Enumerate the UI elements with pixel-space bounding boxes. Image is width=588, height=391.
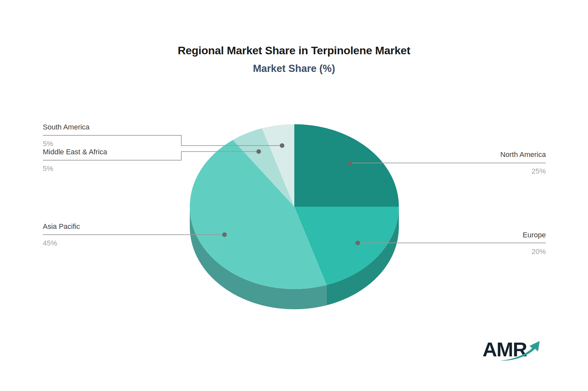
pie-slice-north-america[interactable] [294, 124, 399, 207]
value-asia-pacific: 45% [43, 239, 57, 247]
connector-dot-middle-east-africa [256, 149, 261, 154]
connector-dot-north-america [348, 161, 352, 165]
value-north-america: 25% [415, 167, 546, 176]
value-europe: 20% [415, 247, 546, 256]
connector-dot-south-america [280, 143, 285, 148]
connector-dot-asia-pacific [222, 232, 227, 237]
label-asia-pacific: Asia Pacific [43, 222, 80, 231]
label-europe: Europe [415, 230, 546, 239]
amr-logo: AMR [482, 339, 548, 365]
connector-dot-europe [355, 241, 360, 245]
amr-logo-arrow-icon [498, 339, 541, 362]
pie-chart [0, 0, 588, 391]
value-south-america: 5% [43, 139, 53, 148]
value-middle-east-africa: 5% [43, 164, 53, 173]
label-north-america: North America [415, 150, 546, 159]
label-south-america: South America [43, 123, 90, 131]
chart-canvas: Regional Market Share in Terpinolene Mar… [0, 0, 588, 391]
label-middle-east-africa: Middle East & Africa [43, 147, 107, 156]
